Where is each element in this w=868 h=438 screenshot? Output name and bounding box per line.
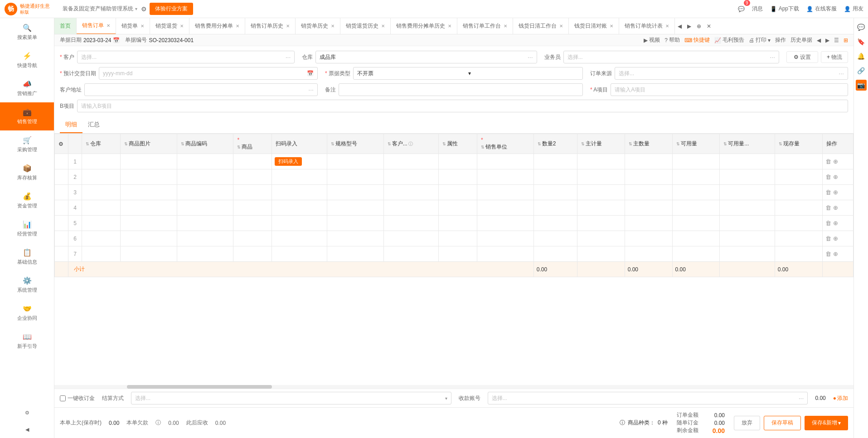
row-2-image[interactable] [120,169,177,185]
horizontal-scrollbar[interactable] [54,385,853,389]
settings-icon[interactable]: ⚙ [141,5,147,13]
row-2-scan[interactable] [272,169,327,185]
row-1-main-unit[interactable] [577,154,625,169]
warehouse-field[interactable]: ··· [315,51,537,63]
sidebar-item-collab[interactable]: 🤝 企业协同 [0,299,54,327]
tab-nav-prev[interactable]: ◀ [675,18,684,34]
order-source-ellipsis[interactable]: ··· [839,70,844,77]
sidebar-item-guide[interactable]: 📖 新手引导 [0,327,54,355]
right-panel-chat[interactable]: 💬 [856,22,867,33]
sidebar-item-quicknav[interactable]: ⚡ 快捷导航 [0,46,54,74]
tab-sales-goods[interactable]: 销货单 ✕ [116,18,150,34]
row-1-available[interactable] [672,154,720,169]
row-2-stock[interactable] [775,169,822,185]
tab-sales-return[interactable]: 销货退货 ✕ [150,18,189,34]
tab-nav-more[interactable]: ⊕ [694,18,704,34]
tab-sales-order[interactable]: 销售订单 ✕ [77,18,116,34]
row-5-copy[interactable]: ⊕ [833,220,838,226]
row-2-spec[interactable] [327,169,383,185]
col-product[interactable]: ⇅商品 [233,134,272,154]
row-3-delete[interactable]: 🗑 [825,189,831,196]
col-unit[interactable]: ⇅销售单位 [477,134,534,154]
row-4-delete[interactable]: 🗑 [825,204,831,211]
col-attr[interactable]: ⇅属性 [439,134,477,154]
row-1-main-qty[interactable] [625,154,672,169]
save-new-button[interactable]: 保存&新增 ▾ [805,416,848,430]
row-1-attr[interactable] [439,154,477,169]
toolbar-operations[interactable]: 操作 [775,36,786,44]
row-1-stock[interactable] [775,154,822,169]
col-image[interactable]: ⇅商品图片 [120,134,177,154]
tab-order-history[interactable]: 销售订单历史 ✕ [245,18,296,34]
calendar2-icon[interactable]: 📅 [307,70,314,77]
customer-address-input[interactable] [88,87,308,93]
invoice-type-select[interactable]: 不开票 ▾ [353,67,583,80]
remarks-input[interactable] [343,87,579,93]
row-1-copy[interactable]: ⊕ [833,158,838,165]
customer-input[interactable] [81,54,286,60]
tab-summary[interactable]: 汇总 [82,117,105,133]
row-2-attr[interactable] [439,169,477,185]
one-click-check[interactable] [60,395,66,401]
account-input[interactable] [492,395,799,401]
tab-close-sales-order[interactable]: ✕ [107,23,110,28]
row-1-customer-code[interactable] [383,154,439,169]
row-2-main-qty[interactable] [625,169,672,185]
row-2-available2[interactable] [720,169,775,185]
row-2-code[interactable] [177,169,233,185]
col-spec[interactable]: ⇅规格型号 [327,134,383,154]
right-panel-camera[interactable]: 📷 [856,80,867,91]
messages-item[interactable]: 💬 9 消息 [738,5,763,13]
tab-nav-next[interactable]: ▶ [684,18,694,34]
row-2-product[interactable] [233,169,272,185]
toolbar-video[interactable]: ▶ 视频 [644,36,660,44]
toolbar-profit[interactable]: 📈 毛利预告 [714,36,744,44]
delivery-date-input[interactable] [103,70,307,77]
row-1-image[interactable] [120,154,177,169]
a-project-field[interactable] [611,83,848,96]
toolbar-help[interactable]: ? 帮助 [664,36,680,44]
row-1-qty2[interactable] [533,154,577,169]
row-2-available[interactable] [672,169,720,185]
col-settings[interactable]: ⚙ [55,134,68,154]
col-warehouse[interactable]: ⇅仓库 [82,134,121,154]
salesperson-ellipsis[interactable]: ··· [770,53,775,61]
row-2-qty2[interactable] [533,169,577,185]
toolbar-prev-doc[interactable]: ◀ [817,37,821,43]
customer-address-field[interactable]: ··· [84,83,318,96]
row-2-unit[interactable] [477,169,534,185]
tab-order-workbench[interactable]: 销售订单工作台 ✕ [457,18,513,34]
address-ellipsis[interactable]: ··· [308,86,314,93]
row-4-copy[interactable]: ⊕ [833,204,838,211]
tab-daily-reconcile[interactable]: 钱货日清对账 ✕ [569,18,619,34]
row-1-scan[interactable]: 扫码录入 [272,154,327,169]
settlement-arrow[interactable]: ▾ [445,396,447,401]
b-project-field[interactable] [77,100,848,112]
toolbar-print[interactable]: 🖨 打印 ▾ [749,36,771,44]
scan-btn-1[interactable]: 扫码录入 [275,157,302,166]
sidebar-item-basic[interactable]: 📋 基础信息 [0,243,54,271]
chevron-down-icon[interactable]: ▾ [135,6,137,11]
sidebar-item-sales[interactable]: 💼 销售管理 [0,102,54,130]
right-panel-link[interactable]: 🔗 [856,65,867,76]
table-container[interactable]: ⚙ ⇅仓库 ⇅商品图片 ⇅商品编码 [54,134,853,385]
scrollbar-thumb[interactable] [127,385,272,389]
row-2-delete[interactable]: 🗑 [825,173,831,180]
col-code[interactable]: ⇅商品编码 [177,134,233,154]
remarks-field[interactable] [339,83,583,96]
tab-close-return-history[interactable]: ✕ [381,24,385,29]
col-customer-code[interactable]: ⇅客户... ⓘ [383,134,439,154]
discard-button[interactable]: 放弃 [734,416,760,430]
row-7-copy[interactable]: ⊕ [833,250,838,257]
col-stock[interactable]: ⇅现存量 [775,134,822,154]
save-draft-button[interactable]: 保存草稿 [764,416,801,430]
sidebar-item-gear[interactable]: ⚙ [0,404,54,421]
col-scan[interactable]: 扫码录入 [272,134,327,154]
row-7-delete[interactable]: 🗑 [825,250,831,257]
user-item[interactable]: 👤 用友 [844,5,863,13]
order-source-field[interactable]: ··· [615,67,848,80]
account-field[interactable]: ··· [488,392,808,404]
sidebar-item-finance[interactable]: 💰 资金管理 [0,187,54,215]
add-payment-btn[interactable]: ● 添加 [833,395,848,402]
row-2-warehouse[interactable] [82,169,121,185]
